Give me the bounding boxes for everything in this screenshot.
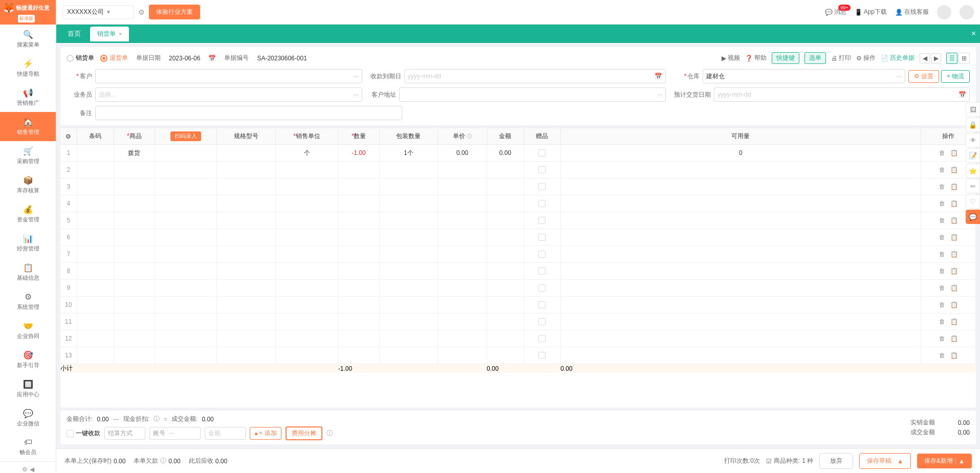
row-qty[interactable]: -1.00 bbox=[338, 145, 379, 162]
row-qty[interactable] bbox=[338, 347, 379, 364]
row-price[interactable] bbox=[438, 212, 487, 229]
float-btn-6[interactable]: ✏ bbox=[966, 179, 980, 193]
row-spec[interactable] bbox=[217, 246, 275, 263]
sidebar-item-system[interactable]: ⚙ 系统管理 bbox=[0, 287, 56, 316]
salesperson-dots[interactable]: ··· bbox=[354, 91, 359, 98]
warehouse-dots[interactable]: ··· bbox=[897, 73, 902, 80]
row-qty[interactable] bbox=[338, 212, 379, 229]
list-view-btn[interactable]: ☰ bbox=[946, 53, 957, 64]
row-product[interactable] bbox=[114, 280, 155, 297]
copy-row-btn[interactable]: 📋 bbox=[949, 300, 960, 310]
row-pkg-qty[interactable] bbox=[379, 162, 438, 178]
row-spec[interactable] bbox=[217, 162, 275, 178]
row-amount[interactable] bbox=[487, 263, 524, 280]
row-unit[interactable] bbox=[275, 178, 338, 195]
copy-row-btn[interactable]: 📋 bbox=[949, 249, 960, 259]
user-avatar[interactable] bbox=[937, 5, 951, 19]
row-product[interactable] bbox=[114, 297, 155, 313]
row-unit[interactable] bbox=[275, 313, 338, 330]
row-qty[interactable] bbox=[338, 195, 379, 212]
sidebar-item-finance[interactable]: 💰 资金管理 bbox=[0, 199, 56, 229]
gift-checkbox[interactable] bbox=[538, 166, 546, 173]
row-gift[interactable] bbox=[524, 195, 560, 212]
row-spec[interactable] bbox=[217, 313, 275, 330]
save-new-btn[interactable]: 保存&新增 ▲ bbox=[917, 454, 972, 468]
row-unit[interactable] bbox=[275, 246, 338, 263]
row-unit[interactable] bbox=[275, 162, 338, 178]
row-product[interactable] bbox=[114, 212, 155, 229]
customer-input[interactable]: ··· bbox=[95, 69, 362, 83]
gift-checkbox[interactable] bbox=[538, 149, 546, 156]
row-barcode[interactable] bbox=[77, 246, 114, 263]
row-qty[interactable] bbox=[338, 229, 379, 246]
row-price[interactable] bbox=[438, 229, 487, 246]
row-product[interactable]: 拨货 bbox=[114, 145, 155, 162]
delete-row-btn[interactable]: 🗑 bbox=[937, 182, 947, 192]
gift-checkbox[interactable] bbox=[538, 251, 546, 258]
row-gift[interactable] bbox=[524, 162, 560, 178]
delete-row-btn[interactable]: 🗑 bbox=[937, 333, 947, 344]
row-amount[interactable] bbox=[487, 280, 524, 297]
one-click-payment-toggle[interactable]: 一键收款 bbox=[67, 429, 100, 438]
row-spec[interactable] bbox=[217, 195, 275, 212]
copy-row-btn[interactable]: 📋 bbox=[949, 232, 960, 242]
setting-btn[interactable]: ⚙ 设置 bbox=[908, 70, 939, 83]
float-btn-7[interactable]: ♡ bbox=[966, 194, 980, 209]
row-amount[interactable]: 0.00 bbox=[487, 145, 524, 162]
float-btn-1[interactable]: 🖼 bbox=[966, 102, 980, 117]
copy-row-btn[interactable]: 📋 bbox=[949, 283, 960, 293]
scan-input-btn[interactable]: 扫码录入 bbox=[170, 131, 201, 141]
row-qty[interactable] bbox=[338, 162, 379, 178]
row-unit[interactable] bbox=[275, 195, 338, 212]
sidebar-item-apps[interactable]: 🔲 应用中心 bbox=[0, 374, 56, 403]
calendar-icon[interactable]: 📅 bbox=[208, 55, 216, 62]
row-amount[interactable] bbox=[487, 229, 524, 246]
row-amount[interactable] bbox=[487, 212, 524, 229]
row-price[interactable] bbox=[438, 178, 487, 195]
amount-input[interactable]: 金额 bbox=[205, 427, 246, 440]
row-price[interactable] bbox=[438, 280, 487, 297]
copy-row-btn[interactable]: 📋 bbox=[949, 165, 960, 175]
row-barcode[interactable] bbox=[77, 297, 114, 313]
row-pkg-qty[interactable] bbox=[379, 313, 438, 330]
sidebar-item-wechat[interactable]: 💬 企业微信 bbox=[0, 403, 56, 433]
sidebar-item-guide[interactable]: 🎯 新手引导 bbox=[0, 345, 56, 374]
user-avatar2[interactable] bbox=[960, 5, 974, 19]
row-spec[interactable] bbox=[217, 178, 275, 195]
row-pkg-qty[interactable] bbox=[379, 178, 438, 195]
row-qty[interactable] bbox=[338, 178, 379, 195]
help-btn[interactable]: ❓ 帮助 bbox=[745, 54, 767, 62]
sidebar-item-basics[interactable]: 📋 基础信息 bbox=[0, 258, 56, 287]
row-spec[interactable] bbox=[217, 330, 275, 347]
salesperson-input[interactable]: 选择... ··· bbox=[95, 87, 362, 102]
row-amount[interactable] bbox=[487, 162, 524, 178]
row-unit[interactable] bbox=[275, 280, 338, 297]
copy-row-btn[interactable]: 📋 bbox=[949, 148, 960, 158]
delivery-date-input[interactable]: yyyy-mm-dd 📅 bbox=[714, 87, 970, 102]
warehouse-input[interactable]: 建材仓 ··· bbox=[703, 69, 905, 83]
row-price[interactable] bbox=[438, 195, 487, 212]
row-barcode[interactable] bbox=[77, 330, 114, 347]
row-barcode[interactable] bbox=[77, 195, 114, 212]
row-amount[interactable] bbox=[487, 297, 524, 313]
row-pkg-qty[interactable] bbox=[379, 330, 438, 347]
copy-row-btn[interactable]: 📋 bbox=[949, 333, 960, 344]
due-date-input[interactable]: yyyy-mm-dd 📅 bbox=[404, 69, 666, 83]
float-btn-5[interactable]: ⭐ bbox=[966, 164, 980, 178]
row-unit[interactable] bbox=[275, 263, 338, 280]
delete-row-btn[interactable]: 🗑 bbox=[937, 148, 947, 158]
copy-row-btn[interactable]: 📋 bbox=[949, 182, 960, 192]
float-btn-4[interactable]: 📝 bbox=[966, 148, 980, 163]
sidebar-item-collab[interactable]: 🤝 企业协同 bbox=[0, 316, 56, 345]
row-amount[interactable] bbox=[487, 246, 524, 263]
gift-checkbox[interactable] bbox=[538, 318, 546, 325]
grid-view-btn[interactable]: ⊞ bbox=[959, 53, 970, 64]
row-price[interactable] bbox=[438, 246, 487, 263]
row-spec[interactable] bbox=[217, 212, 275, 229]
sidebar-item-member[interactable]: 🏷 畅会员 bbox=[0, 433, 56, 461]
gift-checkbox[interactable] bbox=[538, 217, 546, 224]
row-pkg-qty[interactable] bbox=[379, 263, 438, 280]
row-spec[interactable] bbox=[217, 263, 275, 280]
row-price[interactable] bbox=[438, 313, 487, 330]
row-gift[interactable] bbox=[524, 347, 560, 364]
